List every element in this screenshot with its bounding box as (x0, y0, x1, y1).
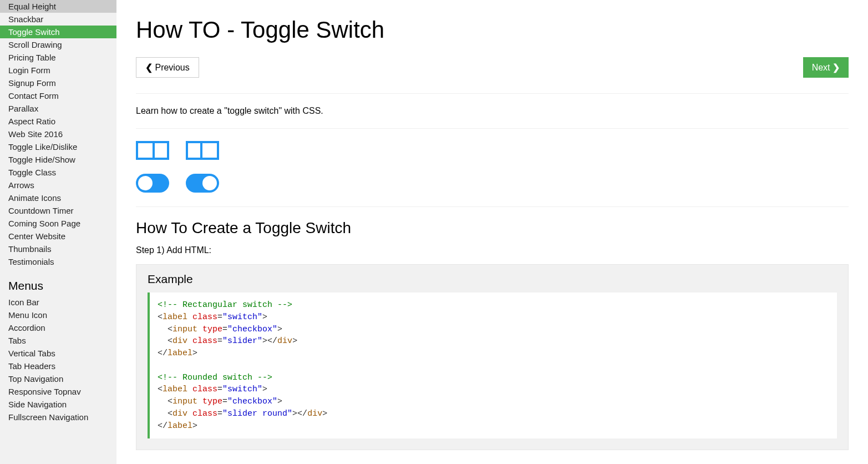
nav-buttons: ❮ Previous Next ❯ (136, 57, 849, 78)
sidebar-item[interactable]: Aspect Ratio (0, 115, 116, 128)
sidebar-item[interactable]: Parallax (0, 102, 116, 115)
demo-row-rect (136, 141, 849, 160)
toggle-rect-off[interactable] (136, 141, 169, 160)
sidebar-item[interactable]: Thumbnails (0, 243, 116, 255)
sidebar-item[interactable]: Tab Headers (0, 360, 116, 372)
sidebar-item[interactable]: Scroll Drawing (0, 38, 116, 51)
divider (136, 206, 849, 207)
sidebar-item[interactable]: Animate Icons (0, 191, 116, 204)
sidebar-item[interactable]: Arrows (0, 179, 116, 191)
sidebar-item[interactable]: Pricing Table (0, 51, 116, 64)
toggle-rect-on[interactable] (186, 141, 219, 160)
previous-button[interactable]: ❮ Previous (136, 57, 199, 78)
chevron-right-icon: ❯ (833, 62, 840, 73)
divider (136, 93, 849, 94)
sidebar-item[interactable]: Icon Bar (0, 296, 116, 309)
sidebar-item[interactable]: Vertical Tabs (0, 347, 116, 360)
toggle-round-on[interactable] (186, 174, 219, 193)
sidebar-item[interactable]: Toggle Class (0, 166, 116, 179)
slider-rect (186, 141, 219, 160)
sidebar-item[interactable]: Tabs (0, 334, 116, 347)
demo-row-round (136, 174, 849, 193)
sidebar-item[interactable]: Responsive Topnav (0, 385, 116, 398)
sidebar-item[interactable]: Login Form (0, 64, 116, 77)
divider (136, 128, 849, 129)
page-title: How TO - Toggle Switch (136, 17, 849, 43)
sidebar-item[interactable]: Top Navigation (0, 372, 116, 385)
sidebar-item[interactable]: Toggle Like/Dislike (0, 140, 116, 153)
sidebar-item[interactable]: Fullscreen Navigation (0, 411, 116, 423)
sidebar-item[interactable]: Coming Soon Page (0, 217, 116, 230)
sidebar-item[interactable]: Menu Icon (0, 309, 116, 321)
slider-round (186, 174, 219, 193)
slider-rect (136, 141, 169, 160)
example-box: Example <!-- Rectangular switch --> <lab… (136, 264, 849, 450)
intro-text: Learn how to create a "toggle switch" wi… (136, 106, 849, 116)
sidebar: Equal HeightSnackbarToggle SwitchScroll … (0, 0, 116, 464)
sidebar-item[interactable]: Contact Form (0, 89, 116, 102)
code-block: <!-- Rectangular switch --> <label class… (148, 292, 837, 438)
sidebar-item[interactable]: Side Navigation (0, 398, 116, 411)
slider-round (136, 174, 169, 193)
toggle-round-off[interactable] (136, 174, 169, 193)
sidebar-item[interactable]: Toggle Switch (0, 26, 116, 38)
sidebar-item[interactable]: Toggle Hide/Show (0, 153, 116, 166)
sidebar-item[interactable]: Countdown Timer (0, 204, 116, 217)
sidebar-item[interactable]: Testimonials (0, 255, 116, 268)
section-heading: How To Create a Toggle Switch (136, 219, 849, 237)
chevron-left-icon: ❮ (145, 62, 153, 73)
example-heading: Example (148, 273, 837, 286)
sidebar-item[interactable]: Snackbar (0, 13, 116, 26)
next-button[interactable]: Next ❯ (803, 57, 849, 78)
sidebar-item[interactable]: Web Site 2016 (0, 128, 116, 140)
sidebar-item[interactable]: Equal Height (0, 0, 116, 13)
sidebar-item[interactable]: Center Website (0, 230, 116, 243)
step-text: Step 1) Add HTML: (136, 245, 849, 255)
sidebar-item[interactable]: Accordion (0, 321, 116, 334)
sidebar-heading-menus: Menus (0, 268, 116, 296)
main-content: How TO - Toggle Switch ❮ Previous Next ❯… (116, 0, 868, 464)
sidebar-item[interactable]: Signup Form (0, 77, 116, 89)
